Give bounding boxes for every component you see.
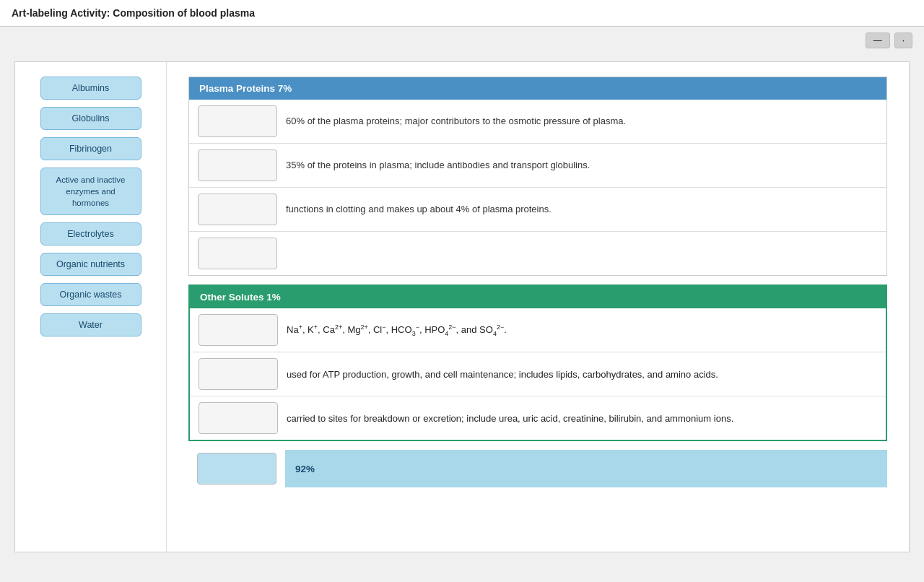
solutes-drop-2[interactable] — [199, 358, 278, 390]
solutes-row-1: Na+, K+, Ca2+, Mg2+, Cl−, HCO3−, HPO42−,… — [190, 308, 886, 352]
sidebar-item-organic-wastes[interactable]: Organic wastes — [40, 283, 141, 306]
sidebar-item-fibrinogen[interactable]: Fibrinogen — [40, 137, 141, 160]
menu-button[interactable]: · — [894, 32, 912, 48]
plasma-row-1: 60% of the plasma proteins; major contri… — [189, 100, 886, 144]
plasma-drop-2[interactable] — [198, 149, 277, 181]
plasma-proteins-header: Plasma Proteins 7% — [189, 77, 886, 100]
sidebar-item-electrolytes[interactable]: Electrolytes — [40, 222, 141, 246]
page-title: Art-labeling Activity: Composition of bl… — [0, 0, 924, 27]
solutes-drop-1[interactable] — [199, 314, 278, 346]
solutes-row-3: carried to sites for breakdown or excret… — [190, 396, 886, 440]
plasma-row-2-text: 35% of the proteins in plasma; include a… — [286, 152, 886, 178]
solutes-row-1-text: Na+, K+, Ca2+, Mg2+, Cl−, HCO3−, HPO42−,… — [287, 323, 507, 337]
solutes-row-3-text: carried to sites for breakdown or excret… — [287, 413, 733, 424]
plasma-drop-1[interactable] — [198, 105, 277, 137]
minimize-button[interactable]: — — [866, 32, 890, 48]
content-area: Plasma Proteins 7% 60% of the plasma pro… — [167, 62, 909, 552]
plasma-row-3-text: functions in clotting and makes up about… — [286, 196, 886, 222]
sidebar-item-water[interactable]: Water — [40, 313, 141, 336]
solutes-row-2-text: used for ATP production, growth, and cel… — [287, 369, 718, 380]
water-drop[interactable] — [197, 453, 276, 485]
sidebar-item-globulins[interactable]: Globulins — [40, 107, 141, 130]
plasma-drop-3[interactable] — [198, 194, 277, 225]
plasma-drop-4[interactable] — [198, 238, 277, 269]
solutes-row-2: used for ATP production, growth, and cel… — [190, 352, 886, 396]
sidebar-item-enzymes[interactable]: Active and inactive enzymes and hormones — [40, 168, 141, 215]
solutes-drop-3[interactable] — [199, 402, 278, 434]
sidebar-item-organic-nutrients[interactable]: Organic nutrients — [40, 253, 141, 276]
plasma-row-3: functions in clotting and makes up about… — [189, 188, 886, 232]
plasma-proteins-section: Plasma Proteins 7% 60% of the plasma pro… — [188, 77, 887, 276]
water-section: 92% — [188, 450, 887, 487]
drag-labels-sidebar: Albumins Globulins Fibrinogen Active and… — [15, 62, 167, 552]
plasma-row-4-text — [286, 248, 886, 259]
other-solutes-section: Other Solutes 1% Na+, K+, Ca2+, Mg2+, Cl… — [188, 285, 887, 441]
plasma-row-4 — [189, 232, 886, 275]
plasma-row-1-text: 60% of the plasma proteins; major contri… — [286, 108, 886, 134]
plasma-row-2: 35% of the proteins in plasma; include a… — [189, 144, 886, 188]
other-solutes-header: Other Solutes 1% — [190, 286, 886, 308]
water-label: 92% — [285, 450, 887, 487]
sidebar-item-albumins[interactable]: Albumins — [40, 77, 141, 100]
